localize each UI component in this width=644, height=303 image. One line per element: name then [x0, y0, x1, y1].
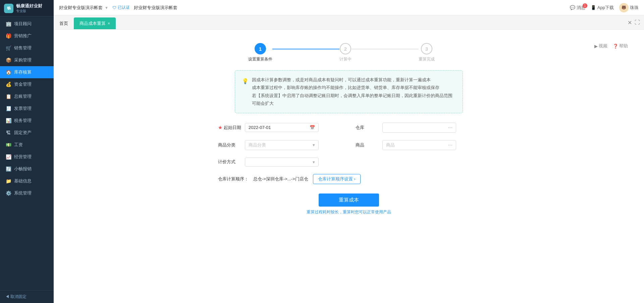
sidebar-item-label: 销售管理 — [14, 45, 32, 51]
recalc-button[interactable]: 重算成本 — [319, 193, 379, 207]
sidebar-item-invoice[interactable]: 🧾 发票管理 — [0, 102, 54, 115]
video-help-area: ▶ 视频 ❓ 帮助 — [594, 43, 628, 49]
app-label: App下载 — [597, 5, 614, 11]
content-inner: 1 设置重算条件 2 计算中 3 重算完成 — [64, 38, 633, 215]
sidebar-item-accounting[interactable]: 📋 总账管理 — [0, 90, 54, 102]
warehouse-field: 仓库 ··· — [356, 123, 480, 133]
inventory-icon: 🏠 — [5, 70, 11, 75]
goods-field: 商品 商品 ··· — [356, 140, 480, 150]
app-download-action[interactable]: 📱 App下载 — [591, 5, 614, 11]
category-select[interactable]: 商品分类 ▾ — [245, 140, 319, 150]
warehouse-order-settings-button[interactable]: 仓库计算顺序设置 › — [313, 174, 361, 184]
category-placeholder: 商品分类 — [249, 142, 266, 148]
goods-label: 商品 — [356, 142, 379, 148]
start-date-label: ★ 起始日期 — [218, 125, 241, 131]
sales-icon: 🛒 — [5, 45, 11, 51]
topbar-actions: 💬 消息 1 📱 App下载 🐻 珠珠 — [570, 3, 639, 12]
info-line-1: 因成本计算参数调整，或是对商品成本有疑问时，可以通过成本重算功能，重新计算一遍成… — [252, 76, 456, 84]
step-1-label: 设置重算条件 — [248, 56, 272, 62]
sidebar-item-label: 库存核算 — [14, 69, 32, 75]
avatar-image: 🐻 — [619, 3, 629, 12]
tab-cost-recalc[interactable]: 商品成本重算 × — [74, 17, 116, 29]
sidebar-item-expense[interactable]: 🔄 小畅报销 — [0, 163, 54, 175]
start-date-input[interactable]: 2022-07-01 📅 — [245, 123, 319, 132]
tab-home-label: 首页 — [59, 20, 68, 27]
user-name: 珠珠 — [630, 5, 639, 11]
calendar-icon: 📅 — [310, 125, 315, 130]
sidebar-item-label: 基础信息 — [14, 178, 32, 184]
price-method-field: 计价方式 ▾ — [218, 158, 342, 167]
step-3: 3 重算完成 — [419, 43, 435, 62]
account-name: 好业财专业版演示帐套 — [59, 5, 103, 11]
sidebar-item-inventory[interactable]: 🏠 库存核算 — [0, 66, 54, 78]
price-method-select[interactable]: ▾ — [245, 158, 319, 167]
verified-account-label: 好业财专业版演示帐套 — [134, 5, 177, 11]
step-3-label: 重算完成 — [419, 56, 435, 62]
warehouse-label: 仓库 — [356, 125, 379, 131]
play-icon: ▶ — [594, 44, 598, 49]
sidebar-subtitle: 专业版 — [16, 9, 42, 13]
user-avatar[interactable]: 🐻 珠珠 — [619, 3, 639, 12]
sidebar-item-purchase[interactable]: 📦 采购管理 — [0, 54, 54, 66]
video-link[interactable]: ▶ 视频 — [594, 43, 607, 49]
sidebar-item-project[interactable]: 🏢 项目顾问 — [0, 18, 54, 30]
account-selector[interactable]: 好业财专业版演示帐套 ▼ — [59, 5, 108, 11]
sidebar-item-label: 税务管理 — [14, 118, 32, 124]
category-label: 商品分类 — [218, 142, 241, 148]
info-box: 💡 因成本计算参数调整，或是对商品成本有疑问时，可以通过成本重算功能，重新计算一… — [235, 70, 463, 113]
sidebar-item-label: 营销推广 — [14, 33, 32, 39]
assets-icon: 🏗 — [5, 130, 11, 135]
sidebar-item-label: 工资 — [14, 142, 23, 148]
tabbar: 首页 商品成本重算 × ✕ ⛶ — [54, 15, 644, 30]
help-link[interactable]: ❓ 帮助 — [613, 43, 628, 49]
tab-close-icon[interactable]: × — [108, 21, 110, 26]
warehouse-input[interactable]: ··· — [382, 123, 456, 133]
purchase-icon: 📦 — [5, 57, 11, 63]
sidebar-logo: 畅 — [4, 4, 13, 13]
message-action[interactable]: 💬 消息 1 — [570, 5, 585, 11]
warehouse-order-row: 仓库计算顺序： 总仓->深圳仓库->...->门店仓 仓库计算顺序设置 › — [218, 174, 480, 184]
project-icon: 🏢 — [5, 21, 11, 27]
topbar: 好业财专业版演示帐套 ▼ 🛡 已认证 好业财专业版演示帐套 💬 消息 1 📱 A… — [54, 0, 644, 15]
sidebar-item-label: 经营管理 — [14, 154, 32, 160]
sidebar-item-label: 资金管理 — [14, 81, 32, 87]
start-date-field: ★ 起始日期 2022-07-01 📅 — [218, 123, 342, 132]
step-2: 2 计算中 — [339, 43, 352, 62]
steps-section: 1 设置重算条件 2 计算中 3 重算完成 — [64, 38, 633, 70]
sidebar-footer[interactable]: ◀ 取消固定 — [0, 290, 54, 303]
form-row-3: 计价方式 ▾ — [218, 158, 480, 167]
tab-home[interactable]: 首页 — [54, 17, 74, 29]
step-3-circle: 3 — [421, 43, 432, 54]
sidebar-item-finance[interactable]: 💰 资金管理 — [0, 78, 54, 90]
step-1-circle: 1 — [255, 43, 266, 54]
expand-icon[interactable]: ⛶ — [635, 19, 640, 26]
sidebar-item-marketing[interactable]: 🎁 营销推广 — [0, 30, 54, 42]
goods-input[interactable]: 商品 ··· — [382, 140, 456, 150]
sidebar-item-tax[interactable]: 📊 税务管理 — [0, 115, 54, 127]
shield-icon: 🛡 — [112, 5, 116, 10]
close-window-icon[interactable]: ✕ — [628, 19, 632, 26]
sidebar-item-sales[interactable]: 🛒 销售管理 — [0, 42, 54, 54]
sidebar: 畅 畅康通好业财 专业版 🏢 项目顾问 🎁 营销推广 🛒 销售管理 📦 采购管理… — [0, 0, 54, 303]
sidebar-item-operations[interactable]: 📈 经营管理 — [0, 151, 54, 163]
step-2-label: 计算中 — [339, 56, 352, 62]
sidebar-item-basic[interactable]: 📁 基础信息 — [0, 175, 54, 187]
salary-icon: 💵 — [5, 142, 11, 147]
sidebar-item-label: 发票管理 — [14, 105, 32, 112]
sidebar-item-salary[interactable]: 💵 工资 — [0, 139, 54, 151]
sidebar-title: 畅康通好业财 — [16, 3, 42, 9]
start-date-value: 2022-07-01 — [249, 125, 271, 130]
form-area: ★ 起始日期 2022-07-01 📅 仓库 ··· — [218, 123, 480, 215]
unpin-label: ◀ 取消固定 — [5, 294, 26, 300]
warehouse-order-label: 仓库计算顺序： — [218, 176, 249, 182]
sidebar-item-assets[interactable]: 🏗 固定资产 — [0, 127, 54, 139]
tabbar-controls: ✕ ⛶ — [628, 19, 640, 26]
action-area: 重算成本 重算过程耗时较长，重算时您可以正常使用产品 — [218, 193, 480, 215]
step-2-circle: 2 — [340, 43, 351, 54]
sidebar-item-label: 固定资产 — [14, 130, 32, 136]
warehouse-dots: ··· — [448, 125, 452, 131]
price-method-arrow: ▾ — [313, 160, 315, 165]
sidebar-item-label: 采购管理 — [14, 57, 32, 63]
form-row-2: 商品分类 商品分类 ▾ 商品 商品 ··· — [218, 140, 480, 150]
sidebar-item-system[interactable]: ⚙️ 系统管理 — [0, 187, 54, 199]
